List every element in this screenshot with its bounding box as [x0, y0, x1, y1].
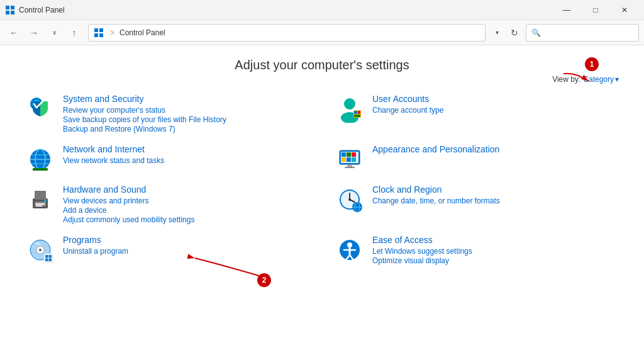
category-appearance: Appearance and Personalization [335, 144, 619, 174]
network-title[interactable]: Network and Internet [63, 144, 309, 154]
search-input[interactable] [531, 28, 633, 37]
programs-content: Programs Uninstall a program [63, 235, 309, 256]
programs-icon [25, 235, 55, 265]
svg-rect-28 [341, 157, 346, 162]
maximize-button[interactable]: □ [581, 0, 610, 20]
category-user-accounts: User Accounts Change account type [335, 94, 619, 134]
clock-title[interactable]: Clock and Region [372, 184, 619, 195]
appearance-title[interactable]: Appearance and Personalization [372, 144, 619, 154]
network-content: Network and Internet View network status… [63, 144, 309, 166]
network-link-1[interactable]: View network status and tasks [63, 156, 309, 165]
hardware-link-2[interactable]: Add a device [63, 206, 309, 215]
svg-rect-6 [94, 33, 98, 37]
category-network: Network and Internet View network status… [25, 144, 309, 174]
hardware-title[interactable]: Hardware and Sound [63, 184, 309, 195]
category-hardware: Hardware and Sound View devices and prin… [25, 184, 309, 225]
svg-rect-4 [94, 28, 98, 32]
address-dropdown-button[interactable]: ▾ [491, 24, 503, 42]
ease-link-1[interactable]: Let Windows suggest settings [372, 247, 619, 256]
window-controls: — □ ✕ [552, 0, 639, 20]
appearance-icon [335, 144, 365, 174]
page-title: Adjust your computer's settings [235, 58, 409, 72]
search-bar[interactable] [526, 24, 639, 42]
svg-rect-16 [354, 115, 360, 117]
address-bar[interactable]: > Control Panel [88, 24, 486, 42]
svg-rect-25 [341, 152, 346, 157]
user-accounts-link-1[interactable]: Change account type [372, 106, 619, 115]
ease-icon [335, 235, 365, 265]
svg-rect-30 [352, 157, 356, 162]
clock-link-1[interactable]: Change date, time, or number formats [372, 196, 619, 205]
category-ease: Ease of Access Let Windows suggest setti… [335, 235, 619, 266]
view-by-label: View by: [552, 75, 580, 84]
system-security-link-3[interactable]: Backup and Restore (Windows 7) [63, 125, 309, 133]
programs-link-1[interactable]: Uninstall a program [63, 247, 309, 256]
svg-rect-22 [33, 168, 48, 171]
svg-rect-36 [36, 203, 45, 205]
back-button[interactable]: ← [5, 24, 23, 42]
hardware-link-3[interactable]: Adjust commonly used mobility settings [63, 215, 309, 224]
minimize-button[interactable]: — [552, 0, 581, 20]
ease-title[interactable]: Ease of Access [372, 235, 619, 245]
main-content: Adjust your computer's settings View by:… [0, 45, 644, 340]
clock-content: Clock and Region Change date, time, or n… [372, 184, 619, 206]
address-separator: > [110, 28, 114, 37]
network-icon [25, 144, 55, 174]
address-bar-icon [94, 28, 104, 38]
svg-rect-15 [358, 111, 360, 114]
svg-rect-1 [11, 6, 14, 9]
navigation-bar: ← → ∨ ↑ > Control Panel ▾ ↻ [0, 20, 644, 45]
refresh-button[interactable]: ↻ [506, 24, 523, 42]
svg-rect-26 [347, 152, 351, 157]
user-accounts-icon [335, 94, 365, 124]
svg-point-49 [39, 249, 42, 251]
clock-icon [335, 184, 365, 215]
user-accounts-content: User Accounts Change account type [372, 94, 619, 115]
svg-rect-14 [354, 111, 357, 114]
svg-rect-27 [352, 152, 356, 157]
svg-point-11 [344, 98, 355, 110]
category-clock: Clock and Region Change date, time, or n… [335, 184, 619, 225]
category-system-security: System and Security Review your computer… [25, 94, 309, 134]
appearance-content: Appearance and Personalization [372, 144, 619, 156]
svg-rect-31 [347, 164, 352, 167]
window-icon [5, 5, 15, 15]
forward-button[interactable]: → [25, 24, 43, 42]
close-button[interactable]: ✕ [610, 0, 639, 20]
annotation-1: 1 [585, 57, 599, 71]
view-by-dropdown[interactable]: Category ▾ [583, 75, 619, 84]
address-text: Control Panel [119, 28, 480, 37]
hardware-link-1[interactable]: View devices and printers [63, 196, 309, 205]
categories-grid: System and Security Review your computer… [25, 94, 619, 266]
up-button[interactable]: ↑ [65, 24, 83, 42]
svg-rect-3 [11, 11, 14, 14]
svg-rect-2 [6, 11, 9, 14]
hardware-icon [25, 184, 55, 215]
ease-link-2[interactable]: Optimize visual display [372, 256, 619, 265]
system-security-content: System and Security Review your computer… [63, 94, 309, 134]
system-security-icon [25, 94, 55, 124]
system-security-link-1[interactable]: Review your computer's status [63, 106, 309, 115]
recent-locations-button[interactable]: ∨ [45, 24, 63, 42]
svg-rect-0 [6, 6, 9, 9]
svg-rect-7 [99, 33, 103, 37]
svg-rect-29 [347, 157, 351, 162]
svg-rect-5 [99, 28, 103, 32]
user-accounts-title[interactable]: User Accounts [372, 94, 619, 104]
window-title: Control Panel [19, 6, 552, 14]
system-security-link-2[interactable]: Save backup copies of your files with Fi… [63, 115, 309, 124]
ease-content: Ease of Access Let Windows suggest setti… [372, 235, 619, 266]
programs-title[interactable]: Programs [63, 235, 309, 245]
svg-rect-38 [44, 200, 47, 201]
title-bar: Control Panel — □ ✕ [0, 0, 644, 20]
hardware-content: Hardware and Sound View devices and prin… [63, 184, 309, 225]
svg-rect-35 [35, 191, 46, 200]
svg-rect-37 [36, 205, 42, 207]
system-security-title[interactable]: System and Security [63, 94, 309, 104]
category-programs: Programs Uninstall a program [25, 235, 309, 266]
svg-rect-32 [345, 167, 355, 168]
